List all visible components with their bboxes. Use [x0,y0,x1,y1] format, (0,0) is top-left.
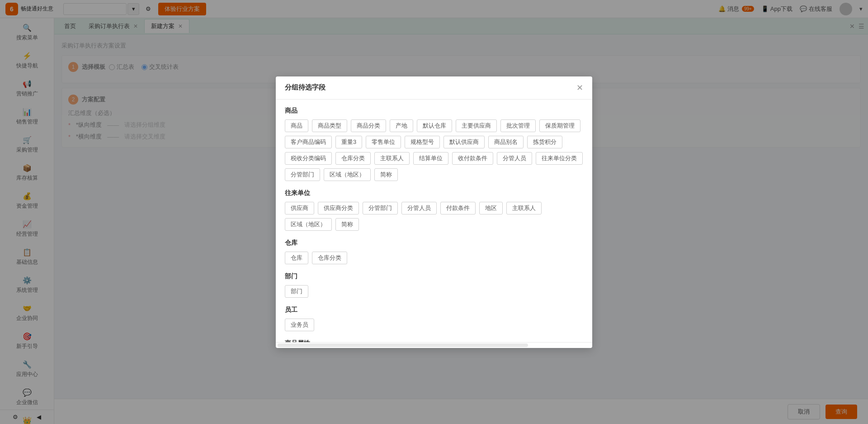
field-tag-0-20[interactable]: 分管人员 [497,152,532,165]
section-title-0: 商品 [285,107,583,115]
field-tag-0-1[interactable]: 商品类型 [312,119,347,132]
field-tag-0-18[interactable]: 结算单位 [413,152,448,165]
field-tag-1-7[interactable]: 区域（地区） [285,218,332,231]
modal-close-button[interactable]: ✕ [576,83,583,93]
field-tag-1-0[interactable]: 供应商 [285,202,314,214]
field-tag-2-1[interactable]: 仓库分类 [312,252,347,264]
field-tag-0-6[interactable]: 批次管理 [500,119,536,132]
section-title-3: 部门 [285,272,583,281]
field-section-商品: 商品商品商品类型商品分类产地默认仓库主要供应商批次管理保质期管理客户商品编码重量… [285,107,583,181]
field-tag-0-15[interactable]: 税收分类编码 [285,152,332,165]
field-tag-1-1[interactable]: 供应商分类 [318,202,359,214]
field-tag-0-0[interactable]: 商品 [285,119,308,132]
section-tags-2: 仓库仓库分类 [285,252,583,264]
modal-header: 分组待选字段 ✕ [276,76,592,100]
field-tag-1-6[interactable]: 主联系人 [506,202,542,214]
modal-horizontal-scrollbar[interactable] [276,342,592,348]
field-tag-0-11[interactable]: 规格型号 [405,136,440,148]
field-tag-0-3[interactable]: 产地 [390,119,413,132]
field-tag-1-5[interactable]: 地区 [479,202,503,214]
field-tag-0-23[interactable]: 区域（地区） [324,168,371,181]
field-tag-0-9[interactable]: 重量3 [335,136,362,148]
section-title-1: 往来单位 [285,189,583,197]
field-section-部门: 部门部门 [285,272,583,298]
field-tag-0-17[interactable]: 主联系人 [374,152,410,165]
field-tag-2-0[interactable]: 仓库 [285,252,308,264]
field-tag-1-8[interactable]: 简称 [335,218,359,231]
section-tags-1: 供应商供应商分类分管部门分管人员付款条件地区主联系人区域（地区）简称 [285,202,583,231]
field-tag-1-3[interactable]: 分管人员 [401,202,437,214]
field-tag-0-8[interactable]: 客户商品编码 [285,136,332,148]
section-tags-3: 部门 [285,285,583,298]
field-tag-0-21[interactable]: 往来单位分类 [536,152,583,165]
field-tag-0-14[interactable]: 拣货积分 [527,136,562,148]
field-selection-modal: 分组待选字段 ✕ 商品商品商品类型商品分类产地默认仓库主要供应商批次管理保质期管… [276,76,592,348]
section-title-2: 仓库 [285,239,583,247]
section-tags-4: 业务员 [285,319,583,331]
modal-body: 商品商品商品类型商品分类产地默认仓库主要供应商批次管理保质期管理客户商品编码重量… [276,100,592,342]
modal-title: 分组待选字段 [285,83,326,92]
field-tag-0-7[interactable]: 保质期管理 [539,119,580,132]
field-tag-4-0[interactable]: 业务员 [285,319,314,331]
field-section-仓库: 仓库仓库仓库分类 [285,239,583,264]
section-title-4: 员工 [285,306,583,314]
field-tag-0-5[interactable]: 主要供应商 [456,119,497,132]
field-tag-0-19[interactable]: 收付款条件 [452,152,493,165]
field-tag-0-10[interactable]: 零售单位 [366,136,401,148]
field-section-员工: 员工业务员 [285,306,583,331]
section-tags-0: 商品商品类型商品分类产地默认仓库主要供应商批次管理保质期管理客户商品编码重量3零… [285,119,583,181]
field-tag-0-13[interactable]: 商品别名 [488,136,524,148]
field-tag-1-4[interactable]: 付款条件 [440,202,476,214]
field-tag-0-24[interactable]: 简称 [374,168,398,181]
field-tag-1-2[interactable]: 分管部门 [363,202,398,214]
field-tag-3-0[interactable]: 部门 [285,285,308,298]
field-tag-0-16[interactable]: 仓库分类 [335,152,371,165]
field-section-往来单位: 往来单位供应商供应商分类分管部门分管人员付款条件地区主联系人区域（地区）简称 [285,189,583,231]
field-tag-0-4[interactable]: 默认仓库 [417,119,452,132]
field-tag-0-12[interactable]: 默认供应商 [443,136,485,148]
field-tag-0-22[interactable]: 分管部门 [285,168,320,181]
field-tag-0-2[interactable]: 商品分类 [351,119,386,132]
